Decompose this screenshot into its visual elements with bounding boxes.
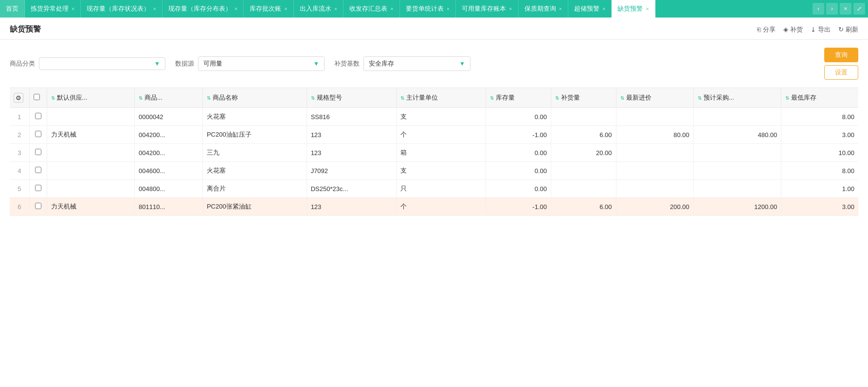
tab-batch-close[interactable]: × (284, 6, 287, 12)
main-content: 缺货预警 ⎗ 分享 ◈ 补货 ⤓ 导出 ↻ 刷新 商品分类 (0, 18, 868, 387)
nav-close-button[interactable]: × (840, 3, 851, 15)
table-row[interactable]: 1 0000042 火花塞 SS816 支 0.00 8.00 (10, 108, 858, 126)
th-checkbox (29, 88, 47, 108)
tab-batch-label: 库存批次账 (250, 4, 281, 13)
tab-shortage-close[interactable]: × (646, 6, 649, 12)
row-unit-2: 个 (396, 126, 486, 144)
datasource-select[interactable]: 可用量 ▼ (198, 56, 325, 71)
table-row[interactable]: 5 004800... 离合片 DS250*23c... 只 0.00 1.00 (10, 180, 858, 198)
row-checkbox-cell-2 (29, 126, 47, 144)
column-settings-icon[interactable]: ⚙ (14, 93, 23, 103)
sort-name-icon: ⇅ (207, 95, 211, 101)
th-unit: ⇅ 主计量单位 (396, 88, 486, 108)
th-spec: ⇅ 规格型号 (307, 88, 396, 108)
export-button[interactable]: ⤓ 导出 (811, 25, 831, 34)
row-name-2: PC200油缸压子 (202, 126, 307, 144)
tab-requisition-stats[interactable]: 要货单统计表 × (400, 0, 456, 18)
tab-stock-status-close[interactable]: × (153, 6, 156, 12)
tab-receipt-summary[interactable]: 收发存汇总表 × (344, 0, 399, 18)
row-spec-4: J7092 (307, 162, 396, 180)
row-num-3: 3 (10, 144, 29, 162)
datasource-label: 数据源 (175, 59, 194, 68)
share-button[interactable]: ⎗ 分享 (757, 25, 776, 34)
tab-expiry-close[interactable]: × (559, 6, 562, 12)
th-stock: ⇅ 库存量 (486, 88, 551, 108)
tab-stock-dist[interactable]: 现存量（库存分布表） × (163, 0, 244, 18)
tab-stock-dist-label: 现存量（库存分布表） (168, 4, 232, 13)
row-supplier-1 (47, 108, 134, 126)
tab-available-close[interactable]: × (509, 6, 512, 12)
nav-next-button[interactable]: › (826, 3, 838, 15)
row-checkbox-5[interactable] (35, 185, 41, 191)
row-checkbox-6[interactable] (35, 203, 41, 209)
replenish-base-filter-group: 补货基数 安全库存 ▼ (334, 56, 470, 71)
row-checkbox-cell-1 (29, 108, 47, 126)
tab-requisition-close[interactable]: × (447, 6, 450, 12)
page-title: 缺货预警 (10, 24, 41, 35)
query-button[interactable]: 查询 (824, 48, 858, 62)
tab-overstock-close[interactable]: × (602, 6, 605, 12)
share-label: 分享 (763, 25, 776, 34)
tab-available-ledger[interactable]: 可用量库存账本 × (456, 0, 518, 18)
export-icon: ⤓ (811, 26, 816, 33)
row-est-3 (693, 144, 781, 162)
tab-overstock-warning[interactable]: 超储预警 × (568, 0, 612, 18)
row-checkbox-2[interactable] (35, 131, 41, 137)
tab-inout-close[interactable]: × (334, 6, 337, 12)
refresh-button[interactable]: ↻ 刷新 (838, 25, 858, 34)
tab-stock-dist-close[interactable]: × (235, 6, 237, 12)
row-supplier-4 (47, 162, 134, 180)
table-row[interactable]: 3 004200... 三九 123 箱 0.00 20.00 10.00 (10, 144, 858, 162)
row-code-6: 801110... (134, 198, 202, 216)
nav-prev-button[interactable]: ‹ (813, 3, 824, 15)
replenish-label: 补货 (790, 25, 803, 34)
row-stock-5: 0.00 (486, 180, 551, 198)
sort-supplier-icon: ⇅ (51, 95, 55, 101)
tab-home[interactable]: 首页 (0, 0, 25, 18)
tab-picking-exception[interactable]: 拣货异常处理 × (25, 0, 81, 18)
tab-expiry-query[interactable]: 保质期查询 × (519, 0, 568, 18)
table-row[interactable]: 4 004600... 火花塞 J7092 支 0.00 8.00 (10, 162, 858, 180)
nav-controls: ‹ › × ⤢ (810, 3, 868, 15)
select-all-checkbox[interactable] (34, 94, 40, 100)
row-checkbox-3[interactable] (35, 149, 41, 155)
row-supplier-5 (47, 180, 134, 198)
tab-receipt-close[interactable]: × (390, 6, 393, 12)
refresh-icon: ↻ (838, 26, 844, 33)
replenish-base-select[interactable]: 安全库存 ▼ (363, 56, 470, 71)
row-supplier-3 (47, 144, 134, 162)
datasource-filter-group: 数据源 可用量 ▼ (175, 56, 325, 71)
tab-batch-account[interactable]: 库存批次账 × (244, 0, 293, 18)
nav-expand-button[interactable]: ⤢ (853, 3, 865, 15)
filter-bar: 商品分类 ▼ 数据源 可用量 ▼ 补货基数 安全库存 ▼ 查询 设置 (0, 40, 868, 88)
row-supplier-6: 力天机械 (47, 198, 134, 216)
tab-inout-label: 出入库流水 (300, 4, 331, 13)
row-stock-6: -1.00 (486, 198, 551, 216)
table-row[interactable]: 2 力天机械 004200... PC200油缸压子 123 个 -1.00 6… (10, 126, 858, 144)
row-stock-3: 0.00 (486, 144, 551, 162)
row-checkbox-1[interactable] (35, 113, 41, 119)
replenish-button[interactable]: ◈ 补货 (783, 25, 803, 34)
top-navigation: 首页 拣货异常处理 × 现存量（库存状况表） × 现存量（库存分布表） × 库存… (0, 0, 868, 18)
row-spec-1: SS816 (307, 108, 396, 126)
tab-receipt-label: 收发存汇总表 (349, 4, 387, 13)
row-checkbox-cell-4 (29, 162, 47, 180)
row-checkbox-4[interactable] (35, 167, 41, 173)
refresh-label: 刷新 (846, 25, 858, 34)
row-supplier-2: 力天机械 (47, 126, 134, 144)
settings-button[interactable]: 设置 (824, 65, 858, 80)
sort-stock-icon: ⇅ (490, 95, 494, 101)
category-select[interactable]: ▼ (39, 57, 165, 70)
row-price-3 (616, 144, 693, 162)
row-num-5: 5 (10, 180, 29, 198)
category-arrow-icon: ▼ (154, 60, 160, 67)
tab-inout-flow[interactable]: 出入库流水 × (294, 0, 344, 18)
tab-shortage-warning[interactable]: 缺货预警 × (612, 0, 655, 18)
tab-stock-status[interactable]: 现存量（库存状况表） × (81, 0, 162, 18)
tab-picking-close[interactable]: × (72, 6, 74, 12)
row-price-5 (616, 180, 693, 198)
row-num-1: 1 (10, 108, 29, 126)
tab-picking-label: 拣货异常处理 (31, 4, 69, 13)
table-row[interactable]: 6 力天机械 801110... PC200张紧油缸 123 个 -1.00 6… (10, 198, 858, 216)
th-default-supplier: ⇅ 默认供应... (47, 88, 134, 108)
